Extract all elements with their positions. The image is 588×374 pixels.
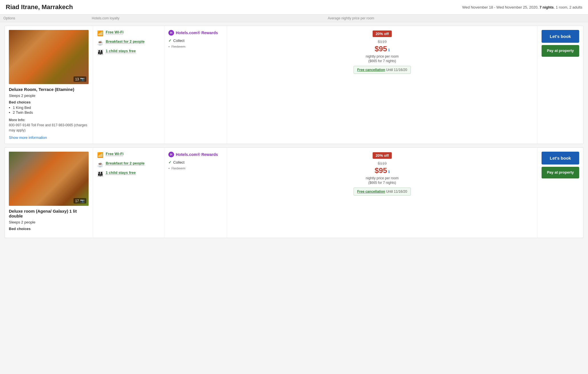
price-label: nightly price per room — [366, 176, 399, 180]
child-label[interactable]: 1 child stays free — [106, 170, 136, 175]
child-icon: 👨‍👩‍👧 — [97, 49, 103, 55]
room-name: Deluxe room (Agena/ Galaxy) 1 lit double — [9, 209, 89, 218]
room-photo — [9, 30, 89, 84]
pay-at-property-button[interactable]: Pay at property — [542, 167, 579, 178]
room-info: 17 📷 Deluxe room (Agena/ Galaxy) 1 lit d… — [5, 148, 93, 238]
price-total: ($665 for 7 nights) — [368, 59, 396, 63]
dash-icon: ▪ — [168, 44, 170, 49]
loyalty-collect: ✓ Collect — [168, 38, 223, 43]
rooms-container: 13 📷 Deluxe Room, Terrace (Etamine) Slee… — [0, 26, 588, 238]
redeem-label: Redeem — [172, 166, 185, 170]
breakfast-label[interactable]: Breakfast for 2 people — [106, 39, 145, 44]
dash-icon: ▪ — [168, 166, 170, 170]
date-info: Wed November 18 - Wed November 25, 2020,… — [462, 5, 582, 9]
room-loyalty: H Hotels.com® Rewards ✓ Collect ▪ Redeem — [164, 148, 227, 238]
col-header-options: Options — [0, 16, 88, 20]
child-icon: 👨‍👩‍👧 — [97, 171, 103, 177]
loyalty-title: Hotels.com® Rewards — [176, 31, 218, 35]
current-price: $95 — [375, 166, 387, 175]
room-options: 📶 Free Wi-Fi ☕ Breakfast for 2 people 👨‍… — [93, 148, 164, 238]
price-total: ($665 for 7 nights) — [368, 181, 396, 185]
room-sleeps: Sleeps 2 people — [9, 93, 89, 98]
wifi-option: 📶 Free Wi-Fi — [97, 152, 160, 158]
current-price-wrap: $95 ℹ — [375, 44, 389, 53]
bed-list: 1 King Bed2 Twin Beds — [9, 105, 89, 115]
bed-choices-label: Bed choices — [9, 100, 89, 104]
loyalty-logo: H — [168, 30, 174, 36]
wifi-label[interactable]: Free Wi-Fi — [106, 152, 124, 156]
child-option: 👨‍👩‍👧 1 child stays free — [97, 49, 160, 55]
bed-choices-label: Bed choices — [9, 227, 89, 231]
room-loyalty: H Hotels.com® Rewards ✓ Collect ▪ Redeem — [164, 26, 227, 144]
original-price: $119 — [378, 161, 387, 166]
date-range: Wed November 18 - Wed November 25, 2020, — [462, 5, 538, 9]
hotel-title: Riad Itrane, Marrakech — [6, 3, 73, 11]
room-options: 📶 Free Wi-Fi ☕ Breakfast for 2 people 👨‍… — [93, 26, 164, 144]
show-more-link[interactable]: Show more information — [9, 135, 47, 140]
info-icon[interactable]: ℹ — [388, 48, 390, 52]
loyalty-collect: ✓ Collect — [168, 160, 223, 164]
loyalty-header: H Hotels.com® Rewards — [168, 30, 223, 36]
info-icon[interactable]: ℹ — [388, 170, 390, 174]
cancellation-notice: Free cancellation Until 11/16/20 — [354, 66, 411, 74]
original-price: $119 — [378, 39, 387, 44]
room-price: 20% off $119 $95 ℹ nightly price per roo… — [227, 26, 538, 144]
current-price: $95 — [375, 44, 387, 53]
lets-book-button[interactable]: Let's book — [542, 152, 579, 164]
breakfast-label[interactable]: Breakfast for 2 people — [106, 161, 145, 165]
cancellation-label[interactable]: Free cancellation — [357, 68, 385, 72]
check-icon: ✓ — [168, 38, 172, 43]
current-price-wrap: $95 ℹ — [375, 166, 389, 175]
discount-badge: 20% off — [373, 152, 391, 159]
more-info: More Info:800-997-9148 Toll Free and 817… — [9, 117, 89, 133]
col-header-book — [542, 16, 588, 20]
cancellation-date: Until 11/16/20 — [386, 68, 407, 72]
camera-icon: 📷 — [80, 199, 85, 203]
col-header-loyalty: Hotels.com loyalty — [88, 16, 160, 20]
room-info: 13 📷 Deluxe Room, Terrace (Etamine) Slee… — [5, 26, 93, 144]
column-headers: Options Hotels.com loyalty Average night… — [0, 15, 588, 22]
image-count: 17 📷 — [74, 198, 86, 204]
loyalty-header: H Hotels.com® Rewards — [168, 152, 223, 157]
room-photo — [9, 152, 89, 206]
collect-label: Collect — [173, 38, 185, 43]
loyalty-logo: H — [168, 152, 174, 157]
price-label: nightly price per room — [366, 54, 399, 58]
wifi-option: 📶 Free Wi-Fi — [97, 30, 160, 36]
image-count: 13 📷 — [74, 76, 86, 82]
wifi-label[interactable]: Free Wi-Fi — [106, 30, 124, 34]
check-icon: ✓ — [168, 160, 172, 164]
room-name: Deluxe Room, Terrace (Etamine) — [9, 87, 89, 92]
breakfast-option: ☕ Breakfast for 2 people — [97, 39, 160, 46]
breakfast-icon: ☕ — [97, 161, 103, 168]
bed-option: 1 King Bed — [9, 105, 89, 110]
loyalty-list: ✓ Collect ▪ Redeem — [168, 160, 223, 170]
loyalty-redeem: ▪ Redeem — [168, 44, 223, 49]
wifi-icon: 📶 — [97, 152, 103, 158]
loyalty-redeem: ▪ Redeem — [168, 166, 223, 170]
wifi-icon: 📶 — [97, 30, 103, 36]
room-book: Let's book Pay at property — [538, 26, 583, 144]
room-card-2: 17 📷 Deluxe room (Agena/ Galaxy) 1 lit d… — [5, 147, 583, 238]
loyalty-title: Hotels.com® Rewards — [176, 152, 218, 157]
redeem-label: Redeem — [172, 44, 185, 49]
collect-label: Collect — [173, 160, 185, 164]
child-label[interactable]: 1 child stays free — [106, 49, 136, 53]
lets-book-button[interactable]: Let's book — [542, 30, 579, 43]
discount-badge: 20% off — [373, 31, 391, 37]
room-book: Let's book Pay at property — [538, 148, 583, 238]
room-sleeps: Sleeps 2 people — [9, 220, 89, 224]
page-header: Riad Itrane, Marrakech Wed November 18 -… — [0, 0, 588, 15]
bed-option: 2 Twin Beds — [9, 110, 89, 115]
room-price: 20% off $119 $95 ℹ nightly price per roo… — [227, 148, 538, 238]
room-card-1: 13 📷 Deluxe Room, Terrace (Etamine) Slee… — [5, 26, 583, 144]
cancellation-date: Until 11/16/20 — [386, 190, 407, 194]
pay-at-property-button[interactable]: Pay at property — [542, 45, 579, 57]
camera-icon: 📷 — [80, 77, 85, 81]
room-image[interactable]: 17 📷 — [9, 152, 89, 206]
nights-count: 7 nights — [540, 5, 554, 9]
col-header-price: Average nightly price per room — [160, 16, 542, 20]
cancellation-notice: Free cancellation Until 11/16/20 — [354, 188, 411, 196]
cancellation-label[interactable]: Free cancellation — [357, 190, 385, 194]
room-image[interactable]: 13 📷 — [9, 30, 89, 84]
